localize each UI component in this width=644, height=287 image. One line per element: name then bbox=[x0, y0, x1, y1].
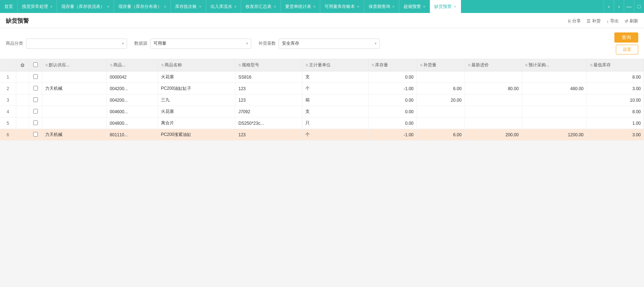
cell-supplier-0 bbox=[42, 71, 107, 83]
row-checkbox-5[interactable] bbox=[29, 129, 42, 141]
export-action[interactable]: ↓ 导出 bbox=[606, 18, 619, 24]
row-cb-2[interactable] bbox=[33, 97, 38, 102]
row-cb-1[interactable] bbox=[33, 86, 38, 90]
cell-supplier-1: 力天机械 bbox=[42, 83, 107, 94]
tab-available-ledger[interactable]: 可用量库存账本× bbox=[320, 0, 364, 13]
row-cb-4[interactable] bbox=[33, 120, 38, 125]
tab-minimize[interactable]: — bbox=[624, 0, 634, 13]
tab-bar: 首页拣货异常处理×现存量（库存状况表）×现存量（库存分布表）×库存批次账×出入库… bbox=[0, 0, 644, 13]
query-button[interactable]: 查询 bbox=[614, 32, 638, 43]
datasource-select[interactable]: 可用量 ▾ bbox=[150, 39, 251, 49]
replenish-action[interactable]: ☰ 补货 bbox=[587, 18, 601, 24]
cell-spec-1: 123 bbox=[235, 83, 302, 94]
gear-icon[interactable]: ⚙ bbox=[19, 62, 26, 68]
replenish-base-select[interactable]: 安全库存 ▾ bbox=[279, 39, 380, 49]
refresh-icon: ↺ bbox=[625, 19, 628, 24]
col-header-replenish[interactable]: ⇅补货量 bbox=[417, 59, 465, 71]
cell-replenish-4 bbox=[417, 118, 465, 129]
row-cb-3[interactable] bbox=[33, 109, 38, 114]
tab-close-inventory-status[interactable]: × bbox=[107, 4, 109, 9]
tab-close-exception[interactable]: × bbox=[50, 4, 52, 9]
row-checkbox-1[interactable] bbox=[29, 83, 42, 94]
col-header-settings: ⚙ bbox=[16, 59, 29, 71]
cell-min_stock-4: 1.00 bbox=[587, 118, 644, 129]
cell-code-1: 004200... bbox=[107, 83, 158, 94]
tab-inventory-dist[interactable]: 现存量（库存分布表）× bbox=[114, 0, 171, 13]
sort-icon-forecast_buy: ⇅ bbox=[525, 63, 528, 67]
tab-scroll-left[interactable]: ‹ bbox=[604, 0, 614, 13]
tab-inout-flow[interactable]: 出入库流水× bbox=[206, 0, 241, 13]
tab-close-available-ledger[interactable]: × bbox=[357, 4, 359, 9]
cell-replenish-3 bbox=[417, 106, 465, 118]
cell-spec-4: DS250*23c... bbox=[235, 118, 302, 129]
row-cb-0[interactable] bbox=[33, 74, 38, 79]
cell-unit-2: 箱 bbox=[302, 94, 369, 106]
table-row: 3004200...三九123箱0.0020.0010.00 bbox=[0, 94, 644, 106]
cell-code-3: 004600... bbox=[107, 106, 158, 118]
replenish-base-label: 补货基数 bbox=[258, 40, 276, 47]
col-header-stock[interactable]: ⇅库存量 bbox=[369, 59, 417, 71]
col-header-spec[interactable]: ⇅规格型号 bbox=[235, 59, 302, 71]
col-header-min_stock[interactable]: ⇅最低库存 bbox=[587, 59, 644, 71]
col-header-supplier[interactable]: ⇅默认供应... bbox=[42, 59, 107, 71]
cell-code-4: 004800... bbox=[107, 118, 158, 129]
tab-close-overstock-warning[interactable]: × bbox=[423, 4, 425, 9]
table-row: 6力天机械801110...PC200涨紧油缸123个-1.006.00200.… bbox=[0, 129, 644, 141]
filter-right-actions: 查询 设置 bbox=[614, 32, 638, 54]
export-icon: ↓ bbox=[606, 19, 609, 24]
tab-exception[interactable]: 拣货异常处理× bbox=[18, 0, 57, 13]
settings-button[interactable]: 设置 bbox=[616, 45, 638, 54]
cell-last_price-4 bbox=[465, 118, 522, 129]
tab-close-shortage-warning[interactable]: × bbox=[454, 4, 456, 9]
tab-maximize[interactable]: □ bbox=[634, 0, 644, 13]
col-header-name[interactable]: ⇅商品名称 bbox=[158, 59, 235, 71]
row-checkbox-3[interactable] bbox=[29, 106, 42, 118]
tab-label-home: 首页 bbox=[4, 4, 13, 10]
tab-label-receive-total: 收发存汇总表 bbox=[245, 4, 271, 10]
cell-supplier-3 bbox=[42, 106, 107, 118]
tab-home[interactable]: 首页 bbox=[0, 0, 18, 13]
tab-receive-total[interactable]: 收发存汇总表× bbox=[241, 0, 280, 13]
sort-icon-spec: ⇅ bbox=[238, 63, 241, 67]
cell-stock-0: 0.00 bbox=[369, 71, 417, 83]
category-select[interactable]: ▾ bbox=[26, 39, 127, 49]
row-cb-5[interactable] bbox=[33, 132, 38, 137]
row-checkbox-2[interactable] bbox=[29, 94, 42, 106]
share-action[interactable]: ⎘ 分享 bbox=[568, 18, 581, 24]
cell-forecast_buy-5: 1200.00 bbox=[522, 129, 587, 141]
tab-batch[interactable]: 库存批次账× bbox=[171, 0, 206, 13]
tab-expiry-query[interactable]: 保质期查询× bbox=[364, 0, 399, 13]
sort-icon-name: ⇅ bbox=[161, 63, 164, 67]
tab-close-inventory-dist[interactable]: × bbox=[164, 4, 166, 9]
col-header-code[interactable]: ⇅商品... bbox=[107, 59, 158, 71]
cell-stock-2: 0.00 bbox=[369, 94, 417, 106]
cell-min_stock-0: 8.00 bbox=[587, 71, 644, 83]
tab-demand-stat[interactable]: 要货单统计表× bbox=[281, 0, 320, 13]
tab-shortage-warning[interactable]: 缺货预警× bbox=[430, 0, 461, 13]
tab-close-inout-flow[interactable]: × bbox=[234, 4, 236, 9]
tab-close-receive-total[interactable]: × bbox=[274, 4, 276, 9]
tab-inventory-status[interactable]: 现存量（库存状况表）× bbox=[57, 0, 114, 13]
row-seq-5: 6 bbox=[0, 129, 16, 141]
table-row: 5004800...离合片DS250*23c...只0.001.00 bbox=[0, 118, 644, 129]
tab-close-demand-stat[interactable]: × bbox=[313, 4, 316, 9]
tab-overstock-warning[interactable]: 超储预警× bbox=[399, 0, 430, 13]
col-header-unit[interactable]: ⇅主计量单位 bbox=[302, 59, 369, 71]
table-row: 2力天机械004200...PC200油缸缸子123个-1.006.0080.0… bbox=[0, 83, 644, 94]
col-header-forecast_buy[interactable]: ⇅预计采购... bbox=[522, 59, 587, 71]
cell-stock-4: 0.00 bbox=[369, 118, 417, 129]
cell-unit-1: 个 bbox=[302, 83, 369, 94]
tab-scroll-right[interactable]: › bbox=[614, 0, 624, 13]
refresh-action[interactable]: ↺ 刷新 bbox=[625, 18, 638, 24]
page-title: 缺货预警 bbox=[6, 17, 29, 25]
select-all-checkbox[interactable] bbox=[33, 62, 38, 67]
tab-close-expiry-query[interactable]: × bbox=[392, 4, 395, 9]
row-checkbox-4[interactable] bbox=[29, 118, 42, 129]
tab-close-batch[interactable]: × bbox=[199, 4, 201, 9]
col-header-last_price[interactable]: ⇅最新进价 bbox=[465, 59, 522, 71]
cell-replenish-5: 6.00 bbox=[417, 129, 465, 141]
row-checkbox-0[interactable] bbox=[29, 71, 42, 83]
datasource-select-value: 可用量 bbox=[153, 40, 166, 47]
cell-min_stock-2: 10.00 bbox=[587, 94, 644, 106]
cell-forecast_buy-3 bbox=[522, 106, 587, 118]
